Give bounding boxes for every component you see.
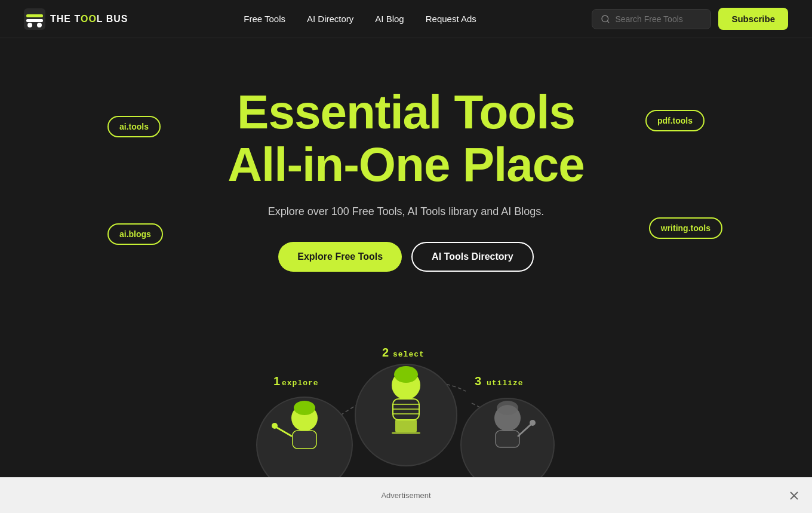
svg-rect-21 xyxy=(395,419,417,432)
ai-tools-directory-button[interactable]: AI Tools Directory xyxy=(411,242,534,272)
svg-point-3 xyxy=(27,23,32,27)
svg-text:3: 3 xyxy=(475,374,481,388)
svg-text:explore: explore xyxy=(282,379,319,388)
svg-rect-2 xyxy=(26,14,43,17)
svg-point-5 xyxy=(602,16,608,22)
hero-subtitle: Explore over 100 Free Tools, AI Tools li… xyxy=(24,205,788,218)
svg-point-4 xyxy=(37,23,42,27)
subscribe-button[interactable]: Subscribe xyxy=(718,8,788,30)
search-input[interactable] xyxy=(615,14,702,24)
logo-link[interactable]: THE TOOL BUS xyxy=(24,8,128,30)
hero-section: ai.tools ai.blogs pdf.tools writing.tool… xyxy=(0,38,812,511)
svg-text:2: 2 xyxy=(382,346,389,359)
hero-title: Essential Tools All-in-One Place xyxy=(24,86,788,191)
search-icon xyxy=(601,14,610,24)
svg-text:utilize: utilize xyxy=(487,379,524,388)
close-icon xyxy=(790,492,798,500)
ad-close-button[interactable] xyxy=(786,487,802,504)
ad-bar: Advertisement xyxy=(0,477,812,513)
svg-text:select: select xyxy=(393,350,425,359)
svg-point-8 xyxy=(294,401,315,415)
svg-text:1: 1 xyxy=(273,374,280,388)
nav-ai-blog[interactable]: AI Blog xyxy=(375,14,404,24)
nav-request-ads[interactable]: Request Ads xyxy=(426,14,476,24)
hero-buttons: Explore Free Tools AI Tools Directory xyxy=(24,242,788,272)
logo-icon xyxy=(24,8,45,30)
svg-point-11 xyxy=(272,423,278,429)
nav-ai-directory[interactable]: AI Directory xyxy=(307,14,353,24)
steps-illustration: 1 explore 2 select xyxy=(239,308,573,487)
illustration-area: 1 explore 2 select xyxy=(24,308,788,487)
nav-right: Subscribe xyxy=(592,8,788,30)
svg-point-30 xyxy=(530,420,536,426)
navbar: THE TOOL BUS Free Tools AI Directory AI … xyxy=(0,0,812,38)
search-box xyxy=(592,9,711,29)
svg-rect-22 xyxy=(392,432,420,434)
svg-point-16 xyxy=(394,366,418,383)
nav-free-tools[interactable]: Free Tools xyxy=(244,14,285,24)
floating-tag-writing-tools: writing.tools xyxy=(649,217,722,239)
nav-links: Free Tools AI Directory AI Blog Request … xyxy=(244,14,476,24)
explore-free-tools-button[interactable]: Explore Free Tools xyxy=(278,242,402,272)
svg-point-27 xyxy=(497,401,518,415)
svg-rect-1 xyxy=(26,19,43,22)
svg-rect-9 xyxy=(293,431,316,449)
logo-text: THE TOOL BUS xyxy=(50,14,128,24)
ad-bar-text: Advertisement xyxy=(381,491,430,500)
svg-rect-28 xyxy=(496,431,519,447)
